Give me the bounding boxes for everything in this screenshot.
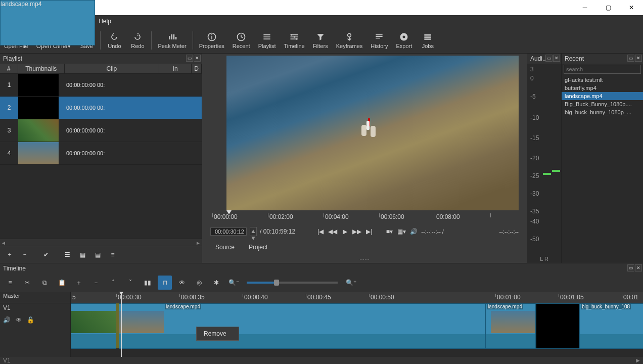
col-clip[interactable]: Clip bbox=[65, 64, 160, 73]
recent-item[interactable]: Big_Buck_Bunny_1080p.... bbox=[562, 100, 643, 108]
timecode-current[interactable]: 00:00:30:12 bbox=[210, 228, 247, 236]
video-preview[interactable] bbox=[226, 56, 519, 210]
menu-help[interactable]: Help bbox=[95, 17, 115, 26]
cut-icon[interactable]: ✂ bbox=[20, 276, 34, 290]
timecode-total: / 00:10:59:12 bbox=[260, 228, 295, 235]
zoom-in-icon[interactable]: 🔍⁺ bbox=[344, 276, 358, 290]
timeline-tracks[interactable]: 5 00:00:30 00:00:35 00:00:40 00:00:45 00… bbox=[71, 292, 643, 357]
playlist-check-button[interactable]: ✔ bbox=[39, 248, 53, 261]
mute-icon[interactable]: 🔊 bbox=[3, 316, 11, 324]
timeline-menu-icon[interactable]: ≡ bbox=[3, 276, 17, 290]
view-menu-icon[interactable]: ≡ bbox=[106, 248, 119, 261]
skip-end-icon[interactable]: ▶| bbox=[364, 227, 374, 236]
col-in[interactable]: In bbox=[159, 64, 192, 73]
redo-button[interactable]: Redo bbox=[126, 27, 149, 53]
panel-close-icon[interactable]: ✕ bbox=[635, 264, 642, 271]
recent-item[interactable]: landscape.mp4 bbox=[562, 92, 643, 100]
col-thumbnails[interactable]: Thumbnails bbox=[18, 64, 65, 73]
timeline-clip[interactable] bbox=[71, 303, 116, 349]
playlist-button[interactable]: Playlist bbox=[254, 27, 280, 53]
timeline-clip[interactable]: big_buck_bunny_108 bbox=[579, 303, 643, 349]
recent-search-input[interactable] bbox=[564, 65, 641, 74]
export-button[interactable]: Export bbox=[392, 27, 416, 53]
panel-close-icon[interactable]: ✕ bbox=[635, 55, 642, 62]
lock-icon[interactable]: 🔓 bbox=[27, 316, 34, 324]
playlist-add-button[interactable]: ＋ bbox=[3, 248, 16, 261]
v1-track-header[interactable]: V1 🔊 👁 🔓 bbox=[0, 303, 70, 348]
add-icon[interactable]: ＋ bbox=[72, 276, 86, 290]
lift-icon[interactable]: ˄ bbox=[106, 276, 120, 290]
paste-icon[interactable]: 📋 bbox=[55, 276, 69, 290]
svg-point-2 bbox=[348, 33, 351, 37]
undo-button[interactable]: Undo bbox=[103, 27, 126, 53]
remove-icon[interactable]: － bbox=[89, 276, 103, 290]
peak-meter-button[interactable]: Peak Meter bbox=[154, 27, 190, 53]
panel-close-icon[interactable]: ✕ bbox=[553, 55, 560, 62]
panel-close-icon[interactable]: ✕ bbox=[194, 55, 201, 62]
playlist-row[interactable]: 1 Big_Buck_Bunny_1080p.avi 00:00:00:0000… bbox=[0, 74, 202, 97]
ripple-icon[interactable]: ◎ bbox=[192, 276, 206, 290]
playlist-panel: Playlist ▭✕ # Thumbnails Clip In D 1 Big… bbox=[0, 54, 202, 263]
preview-ruler[interactable]: 00:00:00 00:02:00 00:04:00 00:06:00 00:0… bbox=[210, 213, 519, 223]
jobs-button[interactable]: Jobs bbox=[416, 27, 439, 53]
stop-icon[interactable]: ■▾ bbox=[385, 227, 394, 236]
recent-item[interactable]: gHacks test.mlt bbox=[562, 76, 643, 84]
timeline-clip[interactable]: landscape.mp4 bbox=[485, 303, 536, 349]
timeline-button[interactable]: Timeline bbox=[280, 27, 309, 53]
overwrite-icon[interactable]: ˅ bbox=[123, 276, 137, 290]
timecode-spinner[interactable]: ▲▼ bbox=[250, 227, 257, 236]
timeline-track-headers: Master V1 🔊 👁 🔓 bbox=[0, 292, 71, 357]
playlist-remove-button[interactable]: － bbox=[18, 248, 31, 261]
view-list-icon[interactable]: ☰ bbox=[61, 248, 74, 261]
view-detail-icon[interactable]: ▤ bbox=[91, 248, 104, 261]
keyframes-button[interactable]: Keyframes bbox=[332, 27, 367, 53]
zoom-slider[interactable] bbox=[247, 282, 338, 284]
playlist-hscroll[interactable]: ◄► bbox=[0, 239, 202, 246]
forward-icon[interactable]: ▶▶ bbox=[352, 227, 361, 236]
context-menu-remove[interactable]: Remove bbox=[196, 327, 239, 341]
minimize-button[interactable]: ─ bbox=[573, 0, 596, 15]
timeline-clip[interactable] bbox=[536, 303, 579, 349]
playlist-row[interactable]: 2 big_buck_bunny_1080p_h264.mov 00:00:00… bbox=[0, 97, 202, 119]
grid-icon[interactable]: ▦▾ bbox=[397, 227, 406, 236]
master-track-header[interactable]: Master bbox=[0, 292, 70, 303]
play-icon[interactable]: ▶ bbox=[340, 227, 349, 236]
properties-button[interactable]: Properties bbox=[195, 27, 228, 53]
panel-undock-icon[interactable]: ▭ bbox=[545, 55, 553, 62]
recent-button[interactable]: Recent bbox=[228, 27, 254, 53]
history-button[interactable]: History bbox=[366, 27, 392, 53]
resize-handle-icon[interactable]: ⋯⋯ bbox=[202, 257, 527, 262]
col-dur[interactable]: D bbox=[192, 64, 202, 73]
panel-undock-icon[interactable]: ▭ bbox=[627, 264, 634, 271]
timeline-track-v1[interactable]: landscape.mp4 landscape.mp4 big_buck_bun… bbox=[71, 303, 643, 348]
filters-button[interactable]: Filters bbox=[309, 27, 332, 53]
skip-start-icon[interactable]: |◀ bbox=[316, 227, 325, 236]
view-grid-icon[interactable]: ▦ bbox=[76, 248, 89, 261]
recent-item[interactable]: big_buck_bunny_1080p_... bbox=[562, 108, 643, 116]
snap-icon[interactable]: ⊓ bbox=[158, 276, 172, 290]
ripple-all-icon[interactable]: ✱ bbox=[209, 276, 223, 290]
tab-project[interactable]: Project bbox=[244, 243, 272, 255]
volume-icon[interactable]: 🔊 bbox=[409, 227, 418, 236]
split-icon[interactable]: ▮▮ bbox=[141, 276, 155, 290]
maximize-button[interactable]: ▢ bbox=[596, 0, 620, 15]
timeline-playhead-icon[interactable] bbox=[121, 292, 122, 357]
col-num[interactable]: # bbox=[0, 64, 18, 73]
playlist-row[interactable]: 3 butterfly.mp4 00:00:00:0000: bbox=[0, 119, 202, 142]
rewind-icon[interactable]: ◀◀ bbox=[328, 227, 337, 236]
panel-undock-icon[interactable]: ▭ bbox=[627, 55, 634, 62]
recent-item[interactable]: butterfly.mp4 bbox=[562, 84, 643, 92]
recent-panel: Recent ▭✕ gHacks test.mlt butterfly.mp4 … bbox=[561, 54, 643, 263]
hide-icon[interactable]: 👁 bbox=[16, 316, 22, 324]
tab-source[interactable]: Source bbox=[210, 243, 240, 255]
svg-point-4 bbox=[403, 35, 405, 38]
timeline-ruler[interactable]: 5 00:00:30 00:00:35 00:00:40 00:00:45 00… bbox=[71, 292, 643, 303]
close-button[interactable]: ✕ bbox=[620, 0, 643, 15]
panel-undock-icon[interactable]: ▭ bbox=[186, 55, 193, 62]
scroll-right-icon[interactable]: ► bbox=[635, 357, 641, 364]
timeline-clip[interactable]: landscape.mp4 bbox=[119, 303, 485, 349]
copy-icon[interactable]: ⧉ bbox=[37, 276, 52, 290]
scrub-icon[interactable]: 👁 bbox=[175, 276, 189, 290]
zoom-out-icon[interactable]: 🔍⁻ bbox=[226, 276, 241, 290]
playlist-row[interactable]: 4 landscape.mp4 00:00:00:0000: bbox=[0, 142, 202, 165]
